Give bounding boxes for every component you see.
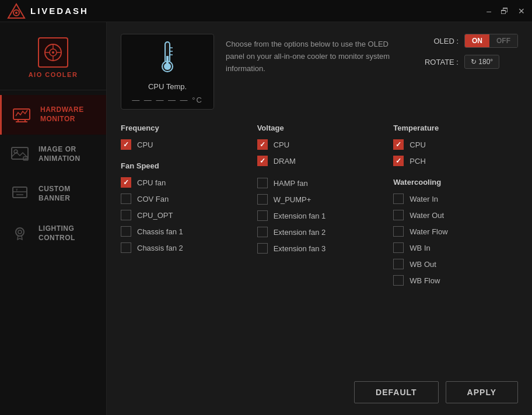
checkbox-water-in[interactable] <box>393 194 404 204</box>
list-item[interactable]: Extension fan 2 <box>257 227 382 237</box>
hardware-monitor-label: HARDWAREMONITOR <box>40 105 84 124</box>
preview-box: CPU Temp. — — — — — °C <box>121 34 214 110</box>
sidebar: AIO COOLER HARDWAREMONITOR <box>0 22 107 415</box>
oled-on-button[interactable]: ON <box>465 34 489 47</box>
checkbox-water-out[interactable] <box>393 210 404 220</box>
list-item[interactable]: CPU <box>121 139 246 150</box>
close-button[interactable]: ✕ <box>518 6 525 16</box>
list-item[interactable]: PCH <box>393 156 518 166</box>
wpump-label: W_PUMP+ <box>274 195 312 204</box>
watercooling-items: Water In Water Out Water Flow WB In <box>393 194 518 286</box>
maximize-button[interactable]: 🗗 <box>501 6 509 16</box>
list-item[interactable]: Water In <box>393 194 518 204</box>
list-item[interactable]: Water Out <box>393 210 518 220</box>
temp-cpu-label: CPU <box>410 140 425 149</box>
chassis-fan2-label: Chassis fan 2 <box>137 244 183 252</box>
svg-rect-27 <box>166 56 169 65</box>
list-item[interactable]: WB Out <box>393 259 518 269</box>
voltage-title: Voltage <box>257 124 382 132</box>
checkbox-pch[interactable] <box>393 156 404 166</box>
sidebar-item-lighting-control[interactable]: LIGHTINGCONTROL <box>0 214 106 254</box>
checkbox-wb-out[interactable] <box>393 259 404 269</box>
list-item[interactable]: CPU_OPT <box>121 210 246 220</box>
list-item[interactable]: CPU <box>393 139 518 150</box>
freq-cpu-label: CPU <box>137 140 153 149</box>
ext-fan2-label: Extension fan 2 <box>274 228 326 237</box>
fan-speed-title: Fan Speed <box>121 161 246 170</box>
checkbox-volt-cpu[interactable] <box>257 139 268 150</box>
list-item[interactable]: COV Fan <box>121 194 246 204</box>
oled-off-button[interactable]: OFF <box>489 34 517 47</box>
list-item[interactable]: Chassis fan 2 <box>121 242 246 253</box>
sidebar-logo[interactable]: AIO COOLER <box>29 28 78 90</box>
checkbox-water-flow[interactable] <box>393 226 404 237</box>
hamp-fan-label: HAMP fan <box>274 179 308 188</box>
checkbox-cov-fan[interactable] <box>121 194 131 204</box>
list-item[interactable]: CPU <box>257 139 382 150</box>
list-item[interactable]: Extension fan 3 <box>257 243 382 254</box>
water-flow-label: Water Flow <box>410 227 447 236</box>
checkbox-dram[interactable] <box>257 156 268 166</box>
sidebar-divider <box>0 90 106 90</box>
ext-fan1-label: Extension fan 1 <box>274 212 326 220</box>
checkbox-ext-fan3[interactable] <box>257 243 268 254</box>
rotate-label: ROTATE : <box>421 58 459 66</box>
list-item[interactable]: WB In <box>393 242 518 253</box>
temperature-items: CPU PCH <box>393 139 518 166</box>
checkbox-temp-cpu[interactable] <box>393 139 404 150</box>
oled-controls: OLED : ON OFF ROTATE : ↻ 180° <box>421 34 518 69</box>
default-button[interactable]: DEFAULT <box>354 381 439 403</box>
bottom-buttons: DEFAULT APPLY <box>354 381 518 403</box>
list-item[interactable]: HAMP fan <box>257 178 382 188</box>
checkbox-ext-fan2[interactable] <box>257 227 268 237</box>
rotate-row: ROTATE : ↻ 180° <box>421 55 518 69</box>
sidebar-item-image-animation[interactable]: IMAGE ORANIMATION <box>0 135 106 174</box>
image-animation-label: IMAGE ORANIMATION <box>38 145 80 163</box>
apply-button[interactable]: APPLY <box>446 381 518 403</box>
sidebar-item-custom-banner[interactable]: T CUSTOMBANNER <box>0 174 106 214</box>
checkbox-wb-flow[interactable] <box>393 275 404 286</box>
volt-cpu-label: CPU <box>274 140 289 149</box>
hardware-monitor-icon <box>11 104 32 125</box>
oled-toggle-group: ON OFF <box>464 34 518 48</box>
preview-dashes: — — — — — °C <box>132 96 203 104</box>
oled-label: OLED : <box>421 37 459 45</box>
list-item[interactable]: Water Flow <box>393 226 518 237</box>
description-area: Choose from the options below to use the… <box>226 34 409 75</box>
checkbox-wpump[interactable] <box>257 194 268 205</box>
minimize-button[interactable]: – <box>487 6 491 16</box>
list-item[interactable]: DRAM <box>257 156 382 166</box>
temperature-title: Temperature <box>393 124 518 132</box>
content-area: CPU Temp. — — — — — °C Choose from the o… <box>107 22 532 415</box>
rotate-button[interactable]: ↻ 180° <box>464 55 499 69</box>
main-layout: AIO COOLER HARDWAREMONITOR <box>0 22 532 415</box>
col-3: Temperature CPU PCH Watercooling W <box>393 124 518 297</box>
preview-label: CPU Temp. <box>148 82 187 91</box>
fan-speed-items: CPU fan COV Fan CPU_OPT Chassis fan 1 <box>121 177 246 253</box>
checkbox-cpu-opt[interactable] <box>121 210 131 220</box>
monitor-sections: Frequency CPU Fan Speed CPU fan CO <box>121 124 518 297</box>
list-item[interactable]: Chassis fan 1 <box>121 226 246 237</box>
list-item[interactable]: W_PUMP+ <box>257 194 382 205</box>
ext-fan3-label: Extension fan 3 <box>274 244 326 253</box>
svg-point-23 <box>18 230 22 234</box>
sidebar-item-hardware-monitor[interactable]: HARDWAREMONITOR <box>0 95 106 135</box>
checkbox-chassis-fan2[interactable] <box>121 242 131 253</box>
chassis-fan1-label: Chassis fan 1 <box>137 227 183 236</box>
svg-rect-14 <box>12 147 28 159</box>
list-item[interactable]: WB Flow <box>393 275 518 286</box>
list-item[interactable]: CPU fan <box>121 177 246 188</box>
checkbox-hamp-fan[interactable] <box>257 178 268 188</box>
checkbox-ext-fan1[interactable] <box>257 210 268 221</box>
checkbox-cpu-fan[interactable] <box>121 177 131 188</box>
dram-label: DRAM <box>274 157 296 166</box>
svg-rect-18 <box>13 187 27 198</box>
cooler-svg <box>43 42 64 63</box>
checkbox-wb-in[interactable] <box>393 242 404 253</box>
lighting-control-label: LIGHTINGCONTROL <box>38 224 75 242</box>
list-item[interactable]: Extension fan 1 <box>257 210 382 221</box>
checkbox-freq-cpu[interactable] <box>121 139 131 150</box>
checkbox-chassis-fan1[interactable] <box>121 226 131 237</box>
cpu-opt-label: CPU_OPT <box>137 211 173 220</box>
custom-banner-label: CUSTOMBANNER <box>38 185 71 203</box>
